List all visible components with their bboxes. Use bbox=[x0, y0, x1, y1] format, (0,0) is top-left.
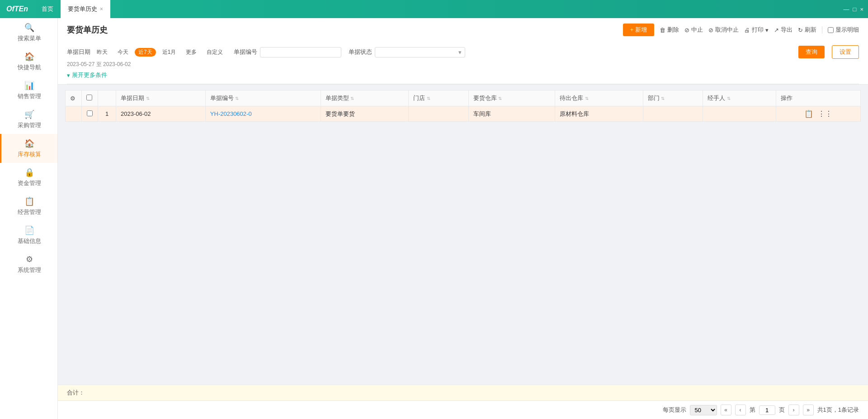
table-header-row: ⚙ 单据日期 ⇅ 单据编号 ⇅ bbox=[66, 90, 861, 106]
row-action-cell: 📋 ⋮⋮ bbox=[776, 106, 861, 122]
row-store-cell bbox=[409, 106, 469, 122]
col-settings[interactable]: ⚙ bbox=[66, 90, 82, 106]
display-cell-button[interactable]: 显示明细 bbox=[828, 26, 859, 34]
sidebar-item-search[interactable]: 🔍 搜索菜单 bbox=[0, 18, 57, 47]
sidebar-label-sales: 销售管理 bbox=[18, 92, 41, 100]
expand-more-btn[interactable]: ▾ 展开更多条件 bbox=[67, 71, 859, 79]
filter-row-main: 单据日期 昨天 今天 近7天 近1月 更多 自定义 单据编号 bbox=[67, 45, 859, 59]
total-info: 共1页，1条记录 bbox=[817, 406, 859, 414]
finance-icon: 🔒 bbox=[24, 167, 34, 177]
content-area: 要货单历史 + 新增 🗑 删除 ⊘ 中止 ⊘ 取消中止 bbox=[58, 18, 868, 419]
col-department[interactable]: 部门 ⇅ bbox=[643, 90, 703, 106]
chip-custom[interactable]: 自定义 bbox=[203, 48, 226, 57]
toolbar-divider bbox=[822, 26, 822, 33]
col-checkbox bbox=[82, 90, 98, 106]
sidebar-item-system[interactable]: ⚙ 系统管理 bbox=[0, 250, 57, 279]
date-range-text: 2023-05-27 至 2023-06-02 bbox=[67, 61, 131, 67]
row-dept-cell bbox=[643, 106, 703, 122]
sidebar-item-finance[interactable]: 🔒 资金管理 bbox=[0, 163, 57, 192]
page-size-label: 每页显示 bbox=[663, 406, 686, 414]
row-doctype-cell: 要货单要货 bbox=[321, 106, 408, 122]
purchase-icon: 🛒 bbox=[24, 110, 34, 119]
print-dropdown-icon: ▾ bbox=[765, 27, 769, 33]
sort-icon-reqwh: ⇅ bbox=[498, 96, 502, 101]
page-input[interactable] bbox=[759, 405, 775, 415]
prev-page-btn[interactable]: ‹ bbox=[735, 405, 746, 415]
row-docno-link[interactable]: YH-20230602-0 bbox=[210, 110, 252, 117]
sidebar-label-quicknav: 快捷导航 bbox=[18, 63, 41, 71]
sidebar-item-purchase[interactable]: 🛒 采购管理 bbox=[0, 105, 57, 134]
table-body: 1 2023-06-02 YH-20230602-0 要货单要货 bbox=[66, 106, 861, 122]
add-button[interactable]: + 新增 bbox=[623, 24, 654, 36]
last-page-btn[interactable]: » bbox=[803, 405, 814, 415]
main-layout: 🔍 搜索菜单 🏠 快捷导航 📊 销售管理 🛒 采购管理 🏠 库存核算 🔒 资金管… bbox=[0, 18, 868, 419]
row-date-cell: 2023-06-02 bbox=[116, 106, 206, 122]
stop-button[interactable]: ⊘ 中止 bbox=[684, 26, 703, 34]
inventory-icon: 🏠 bbox=[24, 138, 34, 148]
minimize-btn[interactable]: — bbox=[844, 6, 849, 13]
filter-bar: 单据日期 昨天 今天 近7天 近1月 更多 自定义 单据编号 bbox=[67, 41, 859, 84]
page-size-select[interactable]: 50 10 20 100 bbox=[690, 405, 717, 415]
sidebar-item-inventory[interactable]: 🏠 库存核算 bbox=[0, 134, 57, 163]
col-handler[interactable]: 经手人 ⇅ bbox=[703, 90, 776, 106]
tab-requisition-history[interactable]: 要货单历史 × bbox=[61, 0, 110, 18]
export-button[interactable]: ↗ 导出 bbox=[774, 26, 793, 34]
table-area: ⚙ 单据日期 ⇅ 单据编号 ⇅ bbox=[58, 85, 868, 385]
chip-yesterday[interactable]: 昨天 bbox=[93, 48, 111, 57]
next-page-btn[interactable]: › bbox=[788, 405, 799, 415]
col-pending-warehouse[interactable]: 待出仓库 ⇅ bbox=[555, 90, 643, 106]
row-detail-icon[interactable]: ⋮⋮ bbox=[818, 110, 832, 118]
sidebar-item-sales[interactable]: 📊 销售管理 bbox=[0, 76, 57, 105]
page-suffix: 页 bbox=[779, 406, 785, 414]
chip-1month[interactable]: 近1月 bbox=[159, 48, 180, 57]
settings-button[interactable]: 设置 bbox=[832, 45, 859, 59]
sidebar-item-quicknav[interactable]: 🏠 快捷导航 bbox=[0, 47, 57, 76]
total-label: 合计： bbox=[67, 389, 85, 396]
page-title-row: 要货单历史 + 新增 🗑 删除 ⊘ 中止 ⊘ 取消中止 bbox=[67, 24, 859, 36]
toolbar: + 新增 🗑 删除 ⊘ 中止 ⊘ 取消中止 🖨 打 bbox=[623, 24, 859, 36]
first-page-btn[interactable]: « bbox=[721, 405, 731, 415]
col-req-warehouse[interactable]: 要货仓库 ⇅ bbox=[468, 90, 555, 106]
row-checkbox[interactable] bbox=[87, 110, 93, 116]
sort-icon-docno: ⇅ bbox=[235, 96, 239, 101]
print-button[interactable]: 🖨 打印 ▾ bbox=[744, 26, 769, 34]
table-head: ⚙ 单据日期 ⇅ 单据编号 ⇅ bbox=[66, 90, 861, 106]
sort-icon-store: ⇅ bbox=[427, 96, 430, 101]
sort-icon-date: ⇅ bbox=[146, 96, 150, 101]
chip-7days[interactable]: 近7天 bbox=[135, 48, 156, 57]
row-edit-icon[interactable]: 📋 bbox=[804, 110, 813, 118]
query-button[interactable]: 查询 bbox=[798, 46, 825, 58]
tab-home[interactable]: 首页 bbox=[34, 0, 61, 18]
select-all-checkbox[interactable] bbox=[86, 95, 92, 100]
sidebar-item-operations[interactable]: 📋 经营管理 bbox=[0, 192, 57, 221]
date-range-row: 2023-05-27 至 2023-06-02 bbox=[67, 61, 859, 68]
top-bar: OfTEn 首页 要货单历史 × — □ × bbox=[0, 0, 868, 18]
chip-today[interactable]: 今天 bbox=[114, 48, 132, 57]
col-doc-no[interactable]: 单据编号 ⇅ bbox=[205, 90, 321, 106]
col-store[interactable]: 门店 ⇅ bbox=[409, 90, 469, 106]
col-doc-type[interactable]: 单据类型 ⇅ bbox=[321, 90, 408, 106]
cancel-stop-button[interactable]: ⊘ 取消中止 bbox=[708, 26, 739, 34]
col-num bbox=[98, 90, 116, 106]
data-table: ⚙ 单据日期 ⇅ 单据编号 ⇅ bbox=[65, 90, 861, 122]
chip-more[interactable]: 更多 bbox=[182, 48, 200, 57]
sidebar-label-inventory: 库存核算 bbox=[18, 150, 41, 158]
sort-icon-dept: ⇅ bbox=[661, 96, 665, 101]
refresh-button[interactable]: ↻ 刷新 bbox=[798, 26, 816, 34]
refresh-icon: ↻ bbox=[798, 27, 803, 33]
status-select[interactable] bbox=[375, 47, 465, 57]
page-header: 要货单历史 + 新增 🗑 删除 ⊘ 中止 ⊘ 取消中止 bbox=[58, 18, 868, 85]
tab-close-icon[interactable]: × bbox=[100, 6, 103, 12]
delete-button[interactable]: 🗑 删除 bbox=[660, 26, 679, 34]
doc-no-input[interactable] bbox=[260, 47, 341, 57]
search-menu-icon: 🔍 bbox=[24, 23, 34, 33]
expand-icon: ▾ bbox=[67, 72, 70, 79]
close-btn[interactable]: × bbox=[860, 6, 863, 13]
operations-icon: 📋 bbox=[24, 196, 34, 206]
quick-nav-icon: 🏠 bbox=[24, 52, 34, 62]
maximize-btn[interactable]: □ bbox=[853, 6, 857, 13]
pagination-bar: 每页显示 50 10 20 100 « ‹ 第 页 › » 共1页，1条记录 bbox=[58, 400, 868, 419]
sidebar-item-baseinfo[interactable]: 📄 基础信息 bbox=[0, 221, 57, 250]
display-cell-checkbox[interactable] bbox=[828, 27, 834, 33]
col-doc-date[interactable]: 单据日期 ⇅ bbox=[116, 90, 206, 106]
